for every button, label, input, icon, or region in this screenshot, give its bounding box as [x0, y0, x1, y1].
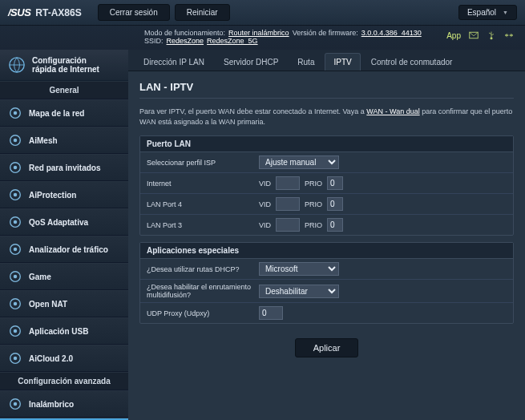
reboot-button[interactable]: Reiniciar: [175, 4, 230, 21]
content-area: Dirección IP LANServidor DHCPRutaIPTVCon…: [128, 50, 525, 420]
sidebar-item-label: AiCloud 2.0: [29, 354, 73, 363]
quick-setup[interactable]: Configuraciónrápida de Internet: [0, 50, 128, 81]
page-note: Para ver IPTV, el puerto WAN debe estar …: [139, 107, 514, 127]
svg-point-14: [14, 248, 18, 252]
tab-dirección-ip-lan[interactable]: Dirección IP LAN: [135, 53, 213, 71]
brand-logo: /SUS: [8, 6, 30, 18]
sidebar-item-inalámbrico[interactable]: Inalámbrico: [0, 390, 128, 418]
apply-button[interactable]: Aplicar: [295, 338, 359, 357]
link-icon[interactable]: [504, 30, 514, 40]
sidebar-item-red-para-invitados[interactable]: Red para invitados: [0, 154, 128, 181]
lan-row-label: Internet: [147, 180, 259, 188]
tab-servidor-dhcp[interactable]: Servidor DHCP: [215, 53, 287, 71]
info-bar: Modo de funcionamiento: Router inalámbri…: [0, 26, 525, 50]
sidebar-item-mapa-de-la-red[interactable]: Mapa de la red: [0, 99, 128, 127]
vid-input[interactable]: [276, 197, 300, 211]
prio-input[interactable]: [327, 197, 343, 211]
lan-port-section: Puerto LAN Seleccionar perfil ISP Ajuste…: [139, 135, 514, 236]
vid-input[interactable]: [276, 176, 300, 190]
sidebar-item-label: Red para invitados: [29, 164, 100, 172]
lan-row: InternetVIDPRIO: [140, 173, 513, 194]
special-apps-header: Aplicaciones especiales: [140, 243, 513, 259]
fw-link[interactable]: 3.0.0.4.386_44130: [361, 29, 422, 37]
usb-icon[interactable]: [487, 30, 496, 40]
nav-icon: [8, 351, 22, 365]
sidebar-item-aimesh[interactable]: AiMesh: [0, 127, 128, 154]
mode-link[interactable]: Router inalámbrico: [228, 29, 289, 37]
ssid-label: SSID:: [144, 37, 164, 45]
general-header: General: [0, 81, 128, 99]
sidebar: Configuraciónrápida de Internet General …: [0, 50, 128, 420]
svg-point-20: [14, 329, 18, 333]
nav-icon: [8, 297, 22, 311]
quick-line2: rápida de Internet: [32, 65, 99, 74]
app-link[interactable]: App: [446, 31, 461, 40]
nav-icon: [8, 106, 22, 120]
nav-icon: [8, 269, 22, 284]
mail-icon[interactable]: [469, 30, 479, 40]
quick-line1: Configuración: [32, 56, 99, 65]
fw-label: Versión de firmware:: [293, 29, 358, 37]
top-bar: /SUS RT-AX86S Cerrar sesión Reiniciar Es…: [0, 0, 525, 26]
sidebar-item-label: AiMesh: [29, 136, 58, 145]
sidebar-item-aplicación-usb[interactable]: Aplicación USB: [0, 317, 128, 345]
tab-iptv[interactable]: IPTV: [325, 53, 360, 71]
globe-icon: [8, 56, 26, 74]
nav-icon: [8, 133, 22, 147]
lan-row-label: LAN Port 4: [147, 200, 259, 208]
multicast-select[interactable]: Deshabilitar: [259, 285, 339, 298]
nav-icon: [8, 397, 22, 411]
ssid1-link[interactable]: RedesZone: [167, 37, 204, 45]
model-name: RT-AX86S: [35, 7, 81, 18]
lan-row: LAN Port 4VIDPRIO: [140, 194, 513, 215]
udpxy-input[interactable]: [259, 306, 283, 320]
sidebar-item-label: QoS Adaptativa: [29, 218, 88, 227]
isp-profile-select[interactable]: Ajuste manual: [259, 155, 339, 169]
logout-button[interactable]: Cerrar sesión: [98, 4, 170, 21]
vid-input[interactable]: [276, 218, 300, 232]
app-row: App: [446, 30, 514, 40]
sidebar-item-aicloud-2.0[interactable]: AiCloud 2.0: [0, 345, 128, 372]
sidebar-item-label: Inalámbrico: [29, 400, 74, 409]
lan-row-label: LAN Port 3: [147, 221, 259, 229]
nav-icon: [8, 160, 22, 175]
prio-input[interactable]: [327, 218, 343, 232]
lan-port-header: Puerto LAN: [140, 136, 513, 152]
advanced-header: Configuración avanzada: [0, 372, 128, 390]
svg-point-18: [14, 302, 18, 306]
svg-point-24: [14, 402, 18, 406]
sidebar-item-analizador-de-tráfico[interactable]: Analizador de tráfico: [0, 236, 128, 263]
svg-point-10: [14, 193, 18, 197]
prio-input[interactable]: [327, 176, 343, 190]
isp-profile-label: Seleccionar perfil ISP: [147, 159, 259, 167]
dhcp-routes-label: ¿Desea utilizar rutas DHCP?: [147, 265, 259, 273]
wan-dual-link[interactable]: WAN - Wan dual: [366, 107, 419, 115]
tab-bar: Dirección IP LANServidor DHCPRutaIPTVCon…: [128, 50, 525, 71]
ssid2-link[interactable]: RedesZone_5G: [207, 37, 258, 45]
language-selector[interactable]: Español ▼: [458, 5, 517, 20]
sidebar-item-game[interactable]: Game: [0, 263, 128, 290]
sidebar-item-label: Open NAT: [29, 300, 67, 309]
dhcp-routes-select[interactable]: Microsoft: [259, 262, 339, 276]
sidebar-item-label: Aplicación USB: [29, 327, 88, 336]
multicast-label: ¿Desea habilitar el enrutamiento multidi…: [147, 283, 259, 299]
nav-icon: [8, 242, 22, 256]
tab-control-de-conmutador[interactable]: Control de conmutador: [362, 53, 462, 71]
sidebar-item-label: Mapa de la red: [29, 109, 84, 118]
svg-point-16: [14, 275, 18, 279]
sidebar-item-label: AiProtection: [29, 191, 76, 200]
nav-icon: [8, 324, 22, 338]
sidebar-item-aiprotection[interactable]: AiProtection: [0, 181, 128, 208]
udpxy-label: UDP Proxy (Udpxy): [147, 309, 259, 317]
sidebar-item-label: Game: [29, 273, 51, 281]
language-label: Español: [467, 8, 496, 17]
nav-icon: [8, 188, 22, 202]
svg-point-12: [14, 220, 18, 224]
tab-ruta[interactable]: Ruta: [289, 53, 323, 71]
svg-point-8: [14, 166, 18, 170]
svg-point-22: [14, 357, 18, 361]
special-apps-section: Aplicaciones especiales ¿Desea utilizar …: [139, 242, 514, 324]
sidebar-item-open-nat[interactable]: Open NAT: [0, 290, 128, 317]
svg-point-4: [14, 111, 18, 115]
sidebar-item-qos-adaptativa[interactable]: QoS Adaptativa: [0, 208, 128, 236]
